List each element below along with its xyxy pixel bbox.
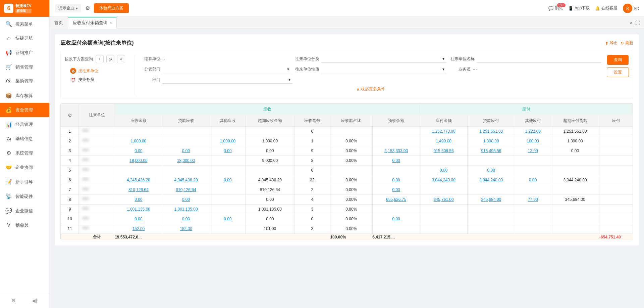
- tab-ar-ap[interactable]: 应收应付余额查询 ×: [68, 17, 117, 29]
- cell-value: [599, 146, 633, 156]
- dept-manager-select[interactable]: ▾: [162, 65, 291, 73]
- cell-value[interactable]: 0.00: [515, 175, 551, 185]
- salesman-dots[interactable]: ···: [473, 67, 477, 73]
- cell-value[interactable]: 3,044,240.00: [467, 175, 515, 185]
- fullscreen-button[interactable]: ⛶: [635, 20, 640, 26]
- cell-value[interactable]: 1,251,551.00: [467, 127, 515, 136]
- cell-value[interactable]: 1,001,135.00: [115, 205, 162, 214]
- tab-home[interactable]: 首页: [50, 17, 68, 29]
- org-selector[interactable]: 演示企业 ▾: [55, 4, 81, 12]
- unit-category-select[interactable]: ▾: [321, 55, 446, 63]
- sidebar-item-guide[interactable]: 📝 新手引导: [0, 175, 49, 189]
- tab-close-button[interactable]: ×: [110, 21, 112, 25]
- sidebar-item-finance[interactable]: 💰 资金管理: [0, 103, 49, 117]
- cell-value[interactable]: 0.00: [372, 185, 420, 195]
- sidebar-item-basic[interactable]: 🗂 基础信息: [0, 132, 49, 146]
- cell-value[interactable]: 1,001,135.00: [162, 205, 210, 214]
- export-button[interactable]: ⬆ 导出: [605, 40, 618, 46]
- cell-value[interactable]: 345,761.00: [420, 195, 468, 205]
- app-download-button[interactable]: 📱 App下载: [568, 5, 590, 11]
- cell-value[interactable]: 0.00: [162, 195, 210, 205]
- cell-value[interactable]: 0.00: [372, 175, 420, 185]
- sidebar-item-member[interactable]: V 畅会员: [0, 218, 49, 232]
- cell-value[interactable]: 1,252,773.00: [420, 127, 468, 136]
- scheme-item-salesman[interactable]: ⏰ 按业务员: [67, 75, 132, 84]
- cell-value[interactable]: 18,000.00: [162, 156, 210, 166]
- cell-value[interactable]: 18,000.00: [115, 156, 162, 166]
- cell-value[interactable]: 1,490.00: [420, 136, 468, 146]
- filter-add-button[interactable]: +: [96, 55, 104, 63]
- cell-value[interactable]: 100.00: [515, 136, 551, 146]
- cell-value: 3: [294, 205, 330, 214]
- cell-value[interactable]: 1,000.00: [115, 136, 162, 146]
- cell-value[interactable]: 655,636.75: [372, 195, 420, 205]
- solution-button[interactable]: 体验行业方案: [94, 3, 129, 13]
- cell-value[interactable]: 4,345,436.20: [115, 175, 162, 185]
- counterparty-name: ****: [79, 136, 115, 146]
- query-button[interactable]: 查询: [607, 55, 629, 65]
- table-settings-icon[interactable]: ⚙: [68, 113, 72, 118]
- sidebar-item-system[interactable]: ⚙ 系统管理: [0, 146, 49, 160]
- filter-collapse-button[interactable]: ∧ 收起更多条件: [140, 84, 601, 95]
- sidebar-collapse-button[interactable]: ◀‖: [31, 297, 39, 305]
- cell-value[interactable]: 0.00: [420, 166, 468, 175]
- page-title: 应收应付余额查询(按往来单位): [60, 40, 134, 47]
- filter-collapse-button[interactable]: «: [117, 55, 125, 63]
- cell-value[interactable]: 0.00: [115, 214, 162, 224]
- sidebar-settings-button[interactable]: ⚙: [10, 297, 17, 305]
- unit-name-input[interactable]: [477, 55, 601, 63]
- cell-value[interactable]: 345,684.00: [467, 195, 515, 205]
- sidebar-item-search[interactable]: 🔍 搜索菜单: [0, 17, 49, 31]
- cell-value[interactable]: 0.00: [210, 214, 246, 224]
- cell-value[interactable]: 1,222.00: [515, 127, 551, 136]
- topbar-gear-button[interactable]: ⚙: [85, 5, 90, 11]
- cell-value[interactable]: 0.00: [115, 195, 162, 205]
- cell-value[interactable]: 0.00: [372, 214, 420, 224]
- sidebar-item-purchase[interactable]: 🛍 采购管理: [0, 74, 49, 88]
- cell-value[interactable]: 0.00: [115, 146, 162, 156]
- dept-select[interactable]: ▾: [162, 76, 292, 84]
- cell-value: [162, 127, 210, 136]
- cell-value[interactable]: 152.00: [115, 224, 162, 234]
- cell-value[interactable]: 0.00: [467, 166, 515, 175]
- cell-value[interactable]: 0.00: [162, 146, 210, 156]
- cell-value[interactable]: 77.00: [515, 195, 551, 205]
- cell-value[interactable]: 915,495.56: [467, 146, 515, 156]
- cell-value[interactable]: 4,345,436.20: [162, 175, 210, 185]
- settings-button[interactable]: 设置: [607, 68, 629, 77]
- settlement-unit-dots[interactable]: ···: [162, 56, 167, 62]
- sidebar-item-label: 基础信息: [15, 136, 33, 142]
- cell-value[interactable]: 1,390.00: [467, 136, 515, 146]
- close-tab-button[interactable]: ×: [630, 20, 633, 26]
- sidebar-item-operation[interactable]: 📊 经营管理: [0, 117, 49, 132]
- sidebar-item-wechat[interactable]: 💬 企业微信: [0, 204, 49, 218]
- cell-value[interactable]: 0.00: [162, 214, 210, 224]
- filter-settings-button[interactable]: ⊙: [106, 55, 114, 63]
- cell-value[interactable]: 0.00: [372, 156, 420, 166]
- online-service-button[interactable]: 🔔 在线客服: [595, 5, 618, 11]
- cell-value[interactable]: 2,153,333.00: [372, 146, 420, 156]
- cell-value[interactable]: 810,126.64: [115, 185, 162, 195]
- message-button[interactable]: 💬 消息 99+: [548, 5, 563, 11]
- unit-nature-select[interactable]: ▾: [321, 65, 446, 73]
- sidebar-item-inventory[interactable]: 📦 库存核算: [0, 88, 49, 103]
- cell-value[interactable]: 3,044,240.00: [420, 175, 468, 185]
- cell-value[interactable]: 0.00: [210, 175, 246, 185]
- cell-value[interactable]: 152.00: [162, 224, 210, 234]
- cart-icon: 🛒: [5, 64, 12, 70]
- refresh-button[interactable]: ↻ 刷新: [621, 40, 633, 46]
- cell-value[interactable]: 915,508.56: [420, 146, 468, 156]
- sidebar-item-coop[interactable]: 🤝 企业协同: [0, 160, 49, 175]
- sidebar-item-quick[interactable]: ⌂ 快捷导航: [0, 31, 49, 45]
- cell-value[interactable]: 1,000.00: [210, 136, 246, 146]
- sidebar-item-marketing[interactable]: 📢 营销推广: [0, 45, 49, 60]
- cell-value[interactable]: 13.00: [515, 146, 551, 156]
- sidebar-item-hardware[interactable]: 📡 智能硬件: [0, 189, 49, 204]
- col-settings[interactable]: ⚙: [61, 104, 79, 127]
- cell-value[interactable]: 810,126.64: [162, 185, 210, 195]
- sidebar-item-sales[interactable]: 🛒 销售管理: [0, 60, 49, 74]
- scheme-item-unit[interactable]: 🏠 按往来单位: [67, 67, 132, 75]
- cell-value: [515, 166, 551, 175]
- user-menu[interactable]: R Rit: [623, 4, 639, 13]
- cell-value[interactable]: 0.00: [210, 146, 246, 156]
